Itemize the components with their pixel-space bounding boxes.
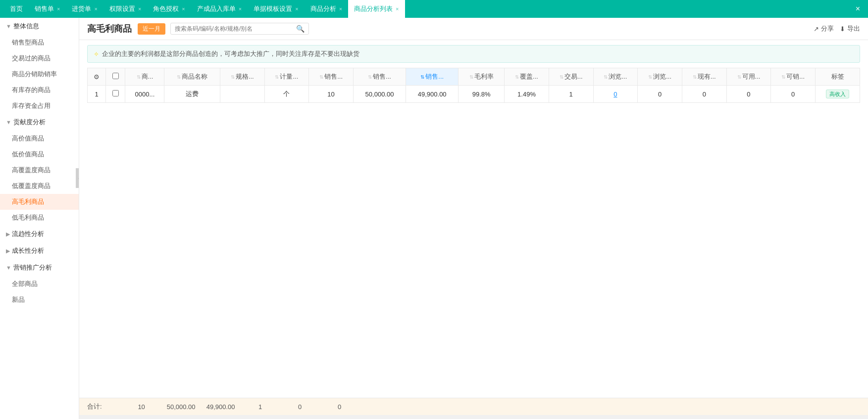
tab-product-analysis-list[interactable]: 商品分析列表 × [348, 0, 405, 18]
sidebar-item-low-coverage[interactable]: 低覆盖度商品 [0, 178, 79, 194]
col-coverage[interactable]: ⇅覆盖... [505, 68, 549, 86]
close-icon[interactable]: × [239, 6, 242, 12]
sidebar-section-growth[interactable]: ▶ 成长性分析 [0, 242, 79, 259]
sidebar: « ▼ 整体信息 销售型商品 交易过的商品 商品分销助销率 有库存的商品 库存资… [0, 18, 79, 419]
col-gross-margin[interactable]: ⇅毛利率 [459, 68, 505, 86]
tab-product-analysis[interactable]: 商品分析 × [305, 0, 348, 18]
sidebar-item-high-margin[interactable]: 高毛利商品 [0, 194, 79, 210]
sidebar-item-high-value[interactable]: 高价值商品 [0, 131, 79, 146]
col-name[interactable]: ⇅商品名称 [164, 68, 220, 86]
close-icon[interactable]: × [295, 6, 298, 12]
row-current-stock: 0 [682, 86, 726, 103]
col-spec[interactable]: ⇅规格... [220, 68, 264, 86]
tab-roles[interactable]: 角色授权 × [147, 0, 191, 18]
row-name: 运费 [164, 86, 220, 103]
tab-sales[interactable]: 销售单 × [29, 0, 66, 18]
footer-transactions: 1 [241, 403, 280, 411]
row-gross-margin: 99.8% [459, 86, 505, 103]
col-sales-amount[interactable]: ⇅销售... [353, 68, 406, 86]
top-nav: 首页 销售单 × 进货单 × 权限设置 × 角色授权 × 产成品入库单 × 单据… [0, 0, 868, 18]
col-code[interactable]: ⇅商... [125, 68, 164, 86]
sidebar-item-sales-goods[interactable]: 销售型商品 [0, 35, 79, 50]
tab-home[interactable]: 首页 [4, 0, 29, 18]
search-input[interactable] [175, 25, 296, 32]
table-header-row: ⚙ ⇅商... ⇅商品名称 ⇅规格... ⇅计量... ⇅销售... ⇅销售..… [88, 68, 860, 86]
sidebar-collapse-button[interactable]: « [76, 168, 79, 188]
info-text: 企业的主要的利润都是这部分商品创造的，可考虑加大推广，同时关注库存是不要出现缺货 [102, 49, 359, 58]
col-transactions[interactable]: ⇅交易... [549, 68, 593, 86]
close-icon[interactable]: × [138, 6, 141, 12]
row-sales-qty: 10 [309, 86, 354, 103]
row-select-checkbox[interactable] [112, 90, 119, 96]
col-checkbox[interactable] [106, 68, 125, 86]
row-coverage: 1.49% [505, 86, 549, 103]
tab-product-inbound[interactable]: 产成品入库单 × [191, 0, 248, 18]
sidebar-section-trend[interactable]: ▶ 流趋性分析 [0, 226, 79, 242]
export-button[interactable]: ⬇ 导出 [840, 24, 860, 33]
data-table: ⚙ ⇅商... ⇅商品名称 ⇅规格... ⇅计量... ⇅销售... ⇅销售..… [87, 68, 860, 103]
share-button[interactable]: ↗ 分享 [814, 24, 834, 33]
sidebar-item-traded-goods[interactable]: 交易过的商品 [0, 50, 79, 66]
sidebar-item-distribution-rate[interactable]: 商品分销助销率 [0, 66, 79, 82]
search-icon[interactable]: 🔍 [296, 25, 305, 33]
header-actions: ↗ 分享 ⬇ 导出 [814, 24, 860, 33]
sidebar-item-all-goods[interactable]: 全部商品 [0, 276, 79, 292]
sidebar-section-marketing[interactable]: ▼ 营销推广分析 [0, 259, 79, 276]
sidebar-item-stock-fund[interactable]: 库存资金占用 [0, 98, 79, 114]
col-views1[interactable]: ⇅浏览... [593, 68, 638, 86]
row-tag: 高收入 [816, 86, 860, 103]
col-tag[interactable]: 标签 [816, 68, 860, 86]
row-transactions: 1 [549, 86, 593, 103]
close-icon[interactable]: × [57, 6, 60, 12]
row-available-stock: 0 [726, 86, 771, 103]
row-spec [220, 86, 264, 103]
sidebar-item-low-margin[interactable]: 低毛利商品 [0, 210, 79, 226]
info-banner: ✧ 企业的主要的利润都是这部分商品创造的，可考虑加大推广，同时关注库存是不要出现… [87, 45, 860, 63]
sidebar-item-new-goods[interactable]: 新品 [0, 292, 79, 308]
col-current-stock[interactable]: ⇅现有... [682, 68, 726, 86]
sidebar-item-high-coverage[interactable]: 高覆盖度商品 [0, 162, 79, 178]
tab-permissions[interactable]: 权限设置 × [103, 0, 147, 18]
close-icon[interactable]: × [94, 6, 97, 12]
sidebar-item-low-value[interactable]: 低价值商品 [0, 146, 79, 162]
row-views1[interactable]: 0 [593, 86, 638, 103]
main-layout: « ▼ 整体信息 销售型商品 交易过的商品 商品分销助销率 有库存的商品 库存资… [0, 18, 868, 419]
search-box: 🔍 [170, 23, 309, 35]
content-header: 高毛利商品 近一月 🔍 ↗ 分享 ⬇ 导出 [79, 18, 868, 40]
row-sales-cost: 49,900.00 [406, 86, 459, 103]
close-icon[interactable]: × [339, 6, 342, 12]
chevron-right-icon: ▶ [6, 231, 10, 237]
close-icon[interactable]: × [182, 6, 185, 12]
col-settings[interactable]: ⚙ [88, 68, 106, 86]
table-row: 1 0000... 运费 个 10 50,000.00 49,900.00 99… [88, 86, 860, 103]
bottom-scrollbar[interactable] [79, 415, 868, 419]
chevron-right-icon: ▶ [6, 248, 10, 254]
table-wrapper: ⚙ ⇅商... ⇅商品名称 ⇅规格... ⇅计量... ⇅销售... ⇅销售..… [79, 68, 868, 398]
row-code: 0000... [125, 86, 164, 103]
col-sales-cost[interactable]: ⇅销售... [406, 68, 459, 86]
share-icon: ↗ [814, 25, 819, 33]
tab-template[interactable]: 单据模板设置 × [248, 0, 304, 18]
select-all-checkbox[interactable] [112, 73, 119, 79]
col-views2[interactable]: ⇅浏览... [638, 68, 682, 86]
export-icon: ⬇ [840, 25, 845, 33]
row-checkbox[interactable] [106, 86, 125, 103]
row-views2: 0 [638, 86, 682, 103]
info-icon: ✧ [94, 50, 99, 58]
filter-recent-month-button[interactable]: 近一月 [138, 23, 165, 35]
sidebar-item-in-stock-goods[interactable]: 有库存的商品 [0, 82, 79, 98]
sidebar-section-overall[interactable]: ▼ 整体信息 [0, 18, 79, 35]
col-sellable-stock[interactable]: ⇅可销... [771, 68, 816, 86]
close-icon[interactable]: × [396, 6, 399, 12]
table-footer: 合计: 10 50,000.00 49,900.00 1 0 0 [79, 398, 868, 415]
chevron-down-icon: ▼ [6, 119, 11, 125]
sidebar-section-contribution[interactable]: ▼ 贡献度分析 [0, 114, 79, 131]
col-available-stock[interactable]: ⇅可用... [726, 68, 771, 86]
footer-sales-amount: 50,000.00 [161, 403, 201, 411]
tab-purchase[interactable]: 进货单 × [66, 0, 103, 18]
col-unit[interactable]: ⇅计量... [264, 68, 309, 86]
row-index: 1 [88, 86, 106, 103]
close-window-button[interactable]: × [852, 4, 864, 13]
footer-values: 10 50,000.00 49,900.00 1 0 0 [122, 403, 359, 411]
col-sales-qty[interactable]: ⇅销售... [309, 68, 354, 86]
